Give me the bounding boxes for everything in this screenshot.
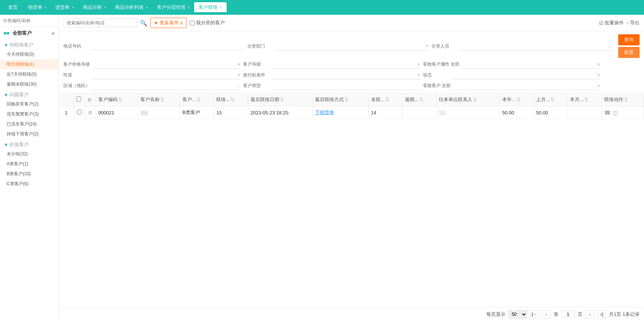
col-header-name[interactable]: 客户名称⇅: [138, 93, 180, 106]
last-page-btn[interactable]: ›∥: [597, 310, 606, 319]
nav-home[interactable]: 首页: [4, 2, 22, 13]
nav-tab-2[interactable]: 商品分析×: [78, 2, 111, 12]
sidebar-group-title-0[interactable]: ▼ 待联络客户: [0, 39, 59, 49]
nav-tab-5[interactable]: 客户联络×: [194, 2, 226, 12]
last-contact-link[interactable]: 下销货单: [315, 110, 334, 115]
sidebar-item-1-1[interactable]: 流失预警客户(3): [0, 109, 59, 119]
nav-tab-close-4[interactable]: ×: [188, 5, 190, 10]
sort-icon-contact[interactable]: ⇅: [231, 97, 235, 102]
sidebar-item-0-1[interactable]: 明天待联络(1): [0, 59, 59, 69]
prev-page-btn[interactable]: ‹: [542, 310, 551, 319]
col-header-no[interactable]: [59, 93, 74, 106]
more-conditions-btn[interactable]: ▼ 更多条件 ∧: [150, 18, 187, 28]
retail-attr-arrow[interactable]: ∨: [597, 62, 600, 66]
person-more-btn[interactable]: …: [608, 43, 612, 48]
first-page-btn[interactable]: ∥←: [530, 310, 539, 319]
sort-icon-name[interactable]: ⇅: [160, 97, 164, 102]
price-level-arrow[interactable]: ∨: [238, 62, 240, 66]
sort-icon-not_contacted[interactable]: ⇅: [385, 97, 389, 102]
col-header-not_contacted[interactable]: 未联...⇅: [369, 93, 403, 106]
sort-icon-last_contact_type[interactable]: ⇅: [344, 97, 349, 102]
batch-op-btn[interactable]: ☑ 批量操作: [599, 20, 624, 26]
col-header-type[interactable]: 客户...⇅: [180, 93, 214, 106]
select-all-checkbox[interactable]: [76, 97, 81, 101]
nav-tab-1[interactable]: 进货单×: [51, 2, 78, 12]
filter-search-icon[interactable]: 🔍: [140, 20, 147, 27]
page-number-input[interactable]: [561, 311, 575, 318]
col-header-contact[interactable]: 联络...⇅: [214, 93, 248, 106]
region-more-btn[interactable]: …: [236, 83, 240, 88]
nav-tab-close-1[interactable]: ×: [71, 5, 74, 10]
col-header-unit_contact[interactable]: 往来单位联系人⇅: [437, 93, 500, 106]
sidebar-item-2-3[interactable]: C类客户(6): [0, 179, 59, 189]
sort-icon-action[interactable]: ⇅: [624, 97, 628, 102]
status-input[interactable]: [451, 71, 597, 78]
col-header-check[interactable]: [74, 93, 85, 106]
row-gear-icon[interactable]: ⚙: [88, 110, 92, 115]
sidebar-collapse-btn[interactable]: «: [52, 30, 55, 37]
customer-level-arrow[interactable]: ∨: [417, 62, 420, 66]
region-input[interactable]: [92, 82, 236, 89]
export-btn[interactable]: ↑ 导出: [627, 20, 640, 26]
next-page-btn[interactable]: ›: [585, 310, 594, 319]
person-input[interactable]: [459, 42, 608, 49]
sort-icon-last_month[interactable]: ⇅: [550, 97, 554, 102]
col-header-last_month[interactable]: 上月...⇅: [534, 93, 568, 106]
query-btn[interactable]: 查询: [618, 34, 640, 45]
price-level-input[interactable]: [92, 60, 238, 68]
nav-tab-close-5[interactable]: ×: [220, 5, 222, 10]
phone-action-icon[interactable]: ☎: [604, 110, 610, 115]
sidebar-item-0-2[interactable]: 近7天待联络(0): [0, 69, 59, 79]
col-header-gear[interactable]: ⚙: [85, 93, 96, 106]
sidebar-item-2-2[interactable]: B类客户(33): [0, 169, 59, 179]
col-header-action[interactable]: 联络动作⇅: [602, 93, 644, 106]
retail-customer-input[interactable]: [453, 82, 597, 89]
sort-icon-overdue[interactable]: ⇅: [419, 97, 423, 102]
nature-input[interactable]: [91, 71, 238, 78]
sidebar-group-title-1[interactable]: ▼ 问题客户: [0, 89, 59, 99]
setting-btn[interactable]: 设置: [618, 47, 640, 58]
dept-input[interactable]: [275, 42, 426, 49]
sidebar-item-2-0[interactable]: 未分组(32): [0, 149, 59, 159]
customer-type-input[interactable]: [271, 82, 420, 89]
sidebar-item-1-0[interactable]: 回购异常客户(2): [0, 99, 59, 109]
sidebar-search-input[interactable]: [3, 18, 58, 23]
retail-attr-input[interactable]: [462, 60, 597, 68]
sidebar-all-customers[interactable]: ■■ 全部客户 «: [0, 27, 59, 39]
nav-tab-close-3[interactable]: ×: [146, 5, 148, 10]
sidebar-group-title-2[interactable]: ▼ 价值客户: [0, 139, 59, 149]
sidebar-item-0-0[interactable]: 今天待联络(0): [0, 49, 59, 59]
sort-icon-last_contact_date[interactable]: ⇅: [280, 97, 284, 102]
col-header-overdue[interactable]: 逾期...⇅: [403, 93, 437, 106]
phone-input[interactable]: [91, 42, 244, 50]
col-header-this_year[interactable]: 本年...⇅: [500, 93, 534, 106]
sort-icon-unit_contact[interactable]: ⇅: [473, 97, 477, 102]
nav-tab-close-0[interactable]: ×: [44, 5, 46, 10]
grid-action-icon[interactable]: ◫: [613, 110, 617, 115]
sidebar-item-1-3[interactable]: 持续下滑客户(2): [0, 129, 59, 139]
payment-input[interactable]: [271, 71, 417, 78]
gear-icon[interactable]: ⚙: [87, 97, 92, 103]
nature-arrow[interactable]: ∨: [238, 73, 240, 77]
customer-level-input[interactable]: [271, 60, 417, 68]
sidebar-item-2-1[interactable]: A类客户(1): [0, 159, 59, 169]
col-header-last_contact_date[interactable]: 最后联络日期⇅: [248, 93, 312, 106]
my-customers-checkbox[interactable]: [190, 21, 195, 25]
nav-tab-close-2[interactable]: ×: [104, 5, 106, 10]
sidebar-item-1-2[interactable]: 已流失客户(24): [0, 119, 59, 129]
nav-tab-4[interactable]: 客户分层经营×: [153, 2, 194, 12]
status-arrow[interactable]: ∨: [597, 73, 600, 77]
nav-tab-3[interactable]: 商品分析列表×: [111, 2, 152, 12]
per-page-select[interactable]: 50 100 200: [508, 310, 527, 318]
col-header-code[interactable]: 客户编码⇅: [96, 93, 138, 106]
sort-icon-type[interactable]: ⇅: [197, 97, 201, 102]
sort-icon-code[interactable]: ⇅: [118, 97, 122, 102]
sort-icon-this_month[interactable]: ⇅: [584, 97, 588, 102]
sort-icon-this_year[interactable]: ⇅: [517, 97, 521, 102]
nav-tab-0[interactable]: 销货单×: [24, 2, 51, 12]
col-header-last_contact_type[interactable]: 最后联络方式⇅: [312, 93, 369, 106]
my-customers-checkbox-wrap[interactable]: 我分管的客户: [190, 20, 225, 26]
sidebar-item-0-3[interactable]: 逾期未联络(30): [0, 79, 59, 89]
row-checkbox[interactable]: [77, 110, 82, 114]
filter-search-input[interactable]: [63, 18, 137, 27]
